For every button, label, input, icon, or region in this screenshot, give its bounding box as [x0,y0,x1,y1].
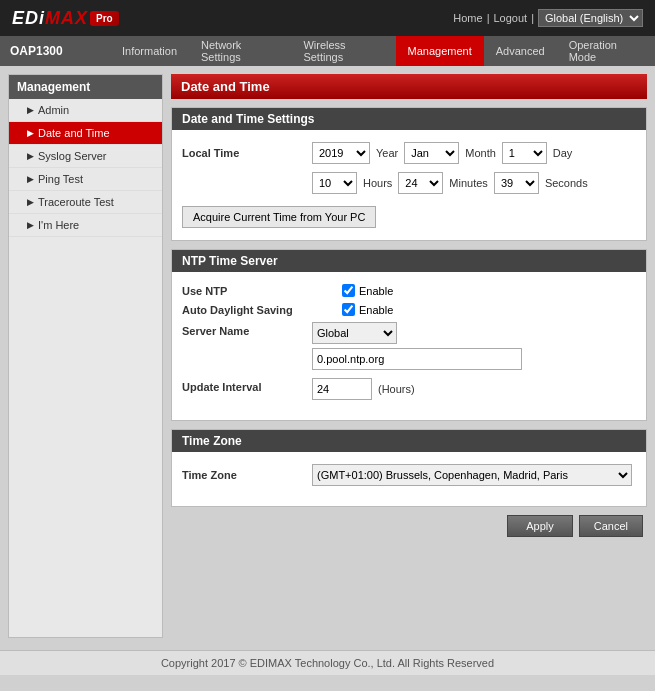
acquire-row: Acquire Current Time from Your PC [182,202,636,228]
server-name-controls: Global [312,322,522,370]
footer-text: Copyright 2017 © EDIMAX Technology Co., … [161,657,494,669]
use-ntp-checkbox[interactable] [342,284,355,297]
logout-link[interactable]: Logout [493,12,527,24]
cancel-button[interactable]: Cancel [579,515,643,537]
nav-item-information[interactable]: Information [110,36,189,66]
page-title: Date and Time [171,74,647,99]
use-ntp-enable-label: Enable [359,285,393,297]
button-row: Apply Cancel [171,515,647,537]
navbar: OAP1300 Information Network Settings Wir… [0,36,655,66]
hours-unit-label: (Hours) [378,383,415,395]
nav-item-network-settings[interactable]: Network Settings [189,36,291,66]
time-controls: 10 Hours 24 Minutes 39 Seconds [312,172,588,194]
seconds-label: Seconds [545,177,588,189]
date-time-body: Local Time 2019 Year Jan Month 1 [172,130,646,240]
home-link[interactable]: Home [453,12,482,24]
arrow-icon: ▶ [27,128,34,138]
minute-select[interactable]: 24 [398,172,443,194]
sidebar-item-date-and-time[interactable]: ▶ Date and Time [9,122,162,145]
year-label: Year [376,147,398,159]
auto-daylight-enable: Enable [342,303,393,316]
device-name: OAP1300 [10,44,90,58]
server-name-label: Server Name [182,322,312,337]
auto-daylight-checkbox[interactable] [342,303,355,316]
use-ntp-row: Use NTP Enable [182,284,636,297]
sidebar-item-syslog-server[interactable]: ▶ Syslog Server [9,145,162,168]
update-interval-row: Update Interval (Hours) [182,378,636,400]
arrow-icon: ▶ [27,151,34,161]
logo-text: EDiMAX [12,8,88,29]
logo: EDiMAX Pro [12,8,119,29]
timezone-label: Time Zone [182,469,312,481]
sidebar-item-ping-test[interactable]: ▶ Ping Test [9,168,162,191]
ntp-server-input[interactable] [312,348,522,370]
month-label: Month [465,147,496,159]
local-time-row: Local Time 2019 Year Jan Month 1 [182,142,636,164]
update-interval-input[interactable] [312,378,372,400]
logo-pro: Pro [90,11,119,26]
date-controls: 2019 Year Jan Month 1 Day [312,142,572,164]
timezone-row: Time Zone (GMT+01:00) Brussels, Copenhag… [182,464,636,486]
arrow-icon: ▶ [27,197,34,207]
timezone-card: Time Zone Time Zone (GMT+01:00) Brussels… [171,429,647,507]
time-row: 10 Hours 24 Minutes 39 Seconds [182,172,636,194]
ntp-header: NTP Time Server [172,250,646,272]
update-interval-label: Update Interval [182,378,312,393]
language-select[interactable]: Global (English) [538,9,643,27]
header: EDiMAX Pro Home | Logout | Global (Engli… [0,0,655,36]
sidebar-title: Management [9,75,162,99]
hours-label: Hours [363,177,392,189]
hour-select[interactable]: 10 [312,172,357,194]
header-right: Home | Logout | Global (English) [453,9,643,27]
arrow-icon: ▶ [27,174,34,184]
nav-item-management[interactable]: Management [396,36,484,66]
auto-daylight-row: Auto Daylight Saving Enable [182,303,636,316]
minutes-label: Minutes [449,177,488,189]
sidebar-item-im-here[interactable]: ▶ I'm Here [9,214,162,237]
ntp-region-select[interactable]: Global [312,322,397,344]
apply-button[interactable]: Apply [507,515,573,537]
footer: Copyright 2017 © EDIMAX Technology Co., … [0,650,655,675]
use-ntp-label: Use NTP [182,285,342,297]
auto-daylight-label: Auto Daylight Saving [182,304,342,316]
sidebar-item-admin[interactable]: ▶ Admin [9,99,162,122]
timezone-select[interactable]: (GMT+01:00) Brussels, Copenhagen, Madrid… [312,464,632,486]
sidebar-item-traceroute-test[interactable]: ▶ Traceroute Test [9,191,162,214]
acquire-time-button[interactable]: Acquire Current Time from Your PC [182,206,376,228]
local-time-label: Local Time [182,147,312,159]
day-select[interactable]: 1 [502,142,547,164]
update-interval-controls: (Hours) [312,378,415,400]
nav-item-wireless-settings[interactable]: Wireless Settings [291,36,395,66]
timezone-body: Time Zone (GMT+01:00) Brussels, Copenhag… [172,452,646,506]
ntp-card: NTP Time Server Use NTP Enable Auto Dayl… [171,249,647,421]
use-ntp-enable: Enable [342,284,393,297]
server-name-row: Server Name Global [182,322,636,370]
nav-items: Information Network Settings Wireless Se… [110,36,655,66]
timezone-header: Time Zone [172,430,646,452]
month-select[interactable]: Jan [404,142,459,164]
date-time-header: Date and Time Settings [172,108,646,130]
arrow-icon: ▶ [27,220,34,230]
arrow-icon: ▶ [27,105,34,115]
day-label: Day [553,147,573,159]
nav-item-operation-mode[interactable]: Operation Mode [557,36,655,66]
second-select[interactable]: 39 [494,172,539,194]
main-layout: Management ▶ Admin ▶ Date and Time ▶ Sys… [0,66,655,646]
content: Date and Time Date and Time Settings Loc… [171,74,647,638]
nav-item-advanced[interactable]: Advanced [484,36,557,66]
year-select[interactable]: 2019 [312,142,370,164]
auto-daylight-enable-label: Enable [359,304,393,316]
ntp-body: Use NTP Enable Auto Daylight Saving Enab… [172,272,646,420]
sidebar: Management ▶ Admin ▶ Date and Time ▶ Sys… [8,74,163,638]
date-time-card: Date and Time Settings Local Time 2019 Y… [171,107,647,241]
